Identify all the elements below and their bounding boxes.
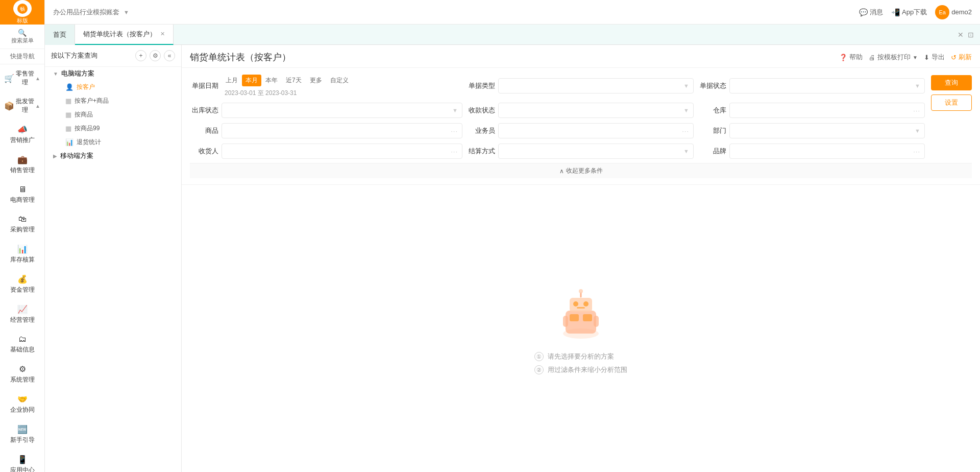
goods99-scheme-icon: ▦ bbox=[65, 125, 71, 132]
collapse-bar[interactable]: ∧ 收起更多条件 bbox=[190, 163, 972, 178]
brand-select[interactable]: ··· bbox=[729, 144, 925, 159]
left-panel-header: 按以下方案查询 + ⚙ « bbox=[45, 45, 181, 67]
sales-tab-label: 销货单统计表（按客户） bbox=[83, 30, 156, 39]
department-label: 部门 bbox=[698, 126, 726, 135]
sidebar-item-enterprise[interactable]: 🤝 企业协同 bbox=[0, 389, 44, 419]
query-btn[interactable]: 查询 bbox=[931, 75, 972, 90]
quick-nav[interactable]: 快捷导航 bbox=[0, 49, 44, 64]
basic-icon: 🗂 bbox=[18, 335, 27, 344]
date-label: 单据日期 bbox=[190, 81, 218, 90]
doc-type-select[interactable]: ▼ bbox=[498, 78, 694, 93]
filter-row-4: 收货人 ··· 结算方式 ▼ bbox=[190, 144, 925, 159]
brand-label: 品牌 bbox=[698, 147, 726, 156]
filter-doc-status: 单据状态 ▼ bbox=[698, 78, 925, 93]
sidebar-item-finance[interactable]: 💰 资金管理 bbox=[0, 269, 44, 299]
search-menu[interactable]: 🔍 搜索菜单 bbox=[0, 25, 44, 49]
home-tab-label: 首页 bbox=[53, 30, 66, 39]
wholesale-icon: 📦 bbox=[4, 101, 14, 111]
doc-status-chevron: ▼ bbox=[915, 83, 920, 89]
enterprise-icon: 🤝 bbox=[17, 394, 28, 404]
print-btn[interactable]: 🖨 按模板打印 ▼ bbox=[869, 53, 918, 62]
maximize-window-icon[interactable]: ⊡ bbox=[968, 31, 974, 39]
message-btn[interactable]: 💬 消息 bbox=[859, 8, 883, 17]
scheme-return-stat[interactable]: 📊 退货统计 bbox=[59, 135, 181, 149]
filter-grid: 单据日期 上月 本月 本年 近7天 更多 自定义 bbox=[190, 74, 925, 159]
user-menu[interactable]: Ea demo2 bbox=[935, 5, 972, 19]
sidebar-item-ecommerce[interactable]: 🖥 电商管理 bbox=[0, 180, 44, 209]
out-status-label: 出库状态 bbox=[190, 106, 218, 115]
tree-node-mobile[interactable]: ▶ 移动端方案 bbox=[45, 149, 181, 162]
svg-rect-8 bbox=[570, 298, 592, 312]
sidebar-item-newguide[interactable]: 🆕 新手引导 bbox=[0, 419, 44, 450]
scheme-by-goods99[interactable]: ▦ 按商品99 bbox=[59, 122, 181, 135]
empty-illustration bbox=[550, 282, 611, 344]
salesperson-select[interactable]: ··· bbox=[498, 123, 694, 138]
finance-icon: 💰 bbox=[17, 274, 28, 284]
ecommerce-icon: 🖥 bbox=[18, 185, 27, 194]
sidebar-item-marketing[interactable]: 📣 营销推广 bbox=[0, 120, 44, 150]
tab-close-btn[interactable]: ✕ bbox=[160, 31, 165, 37]
date-btn-last-month[interactable]: 上月 bbox=[222, 74, 242, 87]
date-btn-more[interactable]: 更多 bbox=[306, 74, 326, 87]
sidebar-item-appcenter[interactable]: 📱 应用中心 bbox=[0, 450, 44, 472]
sidebar-item-business[interactable]: 📈 经营管理 bbox=[0, 299, 44, 329]
goods-dots: ··· bbox=[451, 127, 458, 135]
receiver-select[interactable]: ··· bbox=[222, 144, 462, 159]
refresh-btn[interactable]: ↺ 刷新 bbox=[951, 53, 972, 62]
goods-select[interactable]: ··· bbox=[222, 123, 462, 138]
sidebar-item-basic[interactable]: 🗂 基础信息 bbox=[0, 329, 44, 359]
app-download-btn[interactable]: 📲 App下载 bbox=[891, 8, 927, 17]
empty-hint-1: ① 请先选择要分析的方案 bbox=[534, 352, 627, 361]
collapse-panel-btn[interactable]: « bbox=[164, 50, 175, 61]
business-icon: 📈 bbox=[17, 304, 28, 314]
sidebar-item-sales[interactable]: 💼 销售管理 bbox=[0, 150, 44, 180]
department-select[interactable]: ▼ bbox=[729, 123, 925, 138]
settings-btn[interactable]: 设置 bbox=[931, 95, 972, 111]
filter-department: 部门 ▼ bbox=[698, 123, 925, 138]
svg-rect-11 bbox=[577, 307, 585, 309]
doc-status-select[interactable]: ▼ bbox=[729, 78, 925, 93]
hint-num-2: ② bbox=[534, 365, 544, 374]
out-status-select[interactable]: ▼ bbox=[222, 103, 462, 118]
svg-rect-6 bbox=[563, 316, 568, 327]
sidebar-item-stock[interactable]: 📊 库存核算 bbox=[0, 239, 44, 269]
warehouse-label: 仓库 bbox=[698, 106, 726, 115]
main-area: 办公用品行业模拟账套 ▼ 💬 消息 📲 App下载 Ea demo2 首页 销货… bbox=[45, 0, 980, 472]
payment-chevron: ▼ bbox=[683, 148, 689, 154]
sidebar-item-system[interactable]: ⚙ 系统管理 bbox=[0, 359, 44, 389]
filter-date: 单据日期 上月 本月 本年 近7天 更多 自定义 bbox=[190, 74, 462, 98]
payment-select[interactable]: ▼ bbox=[498, 144, 694, 159]
sidebar-item-retail[interactable]: 🛒 零售管理 ▲ bbox=[0, 64, 44, 92]
doc-type-label: 单据类型 bbox=[467, 81, 495, 90]
date-range-text: 2023-03-01 至 2023-03-31 bbox=[225, 89, 462, 98]
customer-goods-scheme-icon: ▦ bbox=[65, 97, 71, 105]
sidebar-item-wholesale[interactable]: 📦 批发管理 ▲ bbox=[0, 92, 44, 120]
tab-bar: 首页 销货单统计表（按客户） ✕ ✕ ⊡ bbox=[45, 25, 980, 45]
refresh-icon: ↺ bbox=[951, 54, 957, 61]
page-actions: ❓ 帮助 🖨 按模板打印 ▼ ⬇ 导出 ↺ 刷新 bbox=[839, 53, 972, 62]
sidebar-item-purchase[interactable]: 🛍 采购管理 bbox=[0, 209, 44, 239]
date-btn-7days[interactable]: 近7天 bbox=[282, 74, 306, 87]
tab-home[interactable]: 首页 bbox=[45, 25, 75, 45]
return-stat-scheme-icon: 📊 bbox=[65, 138, 74, 146]
scheme-by-customer-goods[interactable]: ▦ 按客户+商品 bbox=[59, 94, 181, 108]
scheme-by-goods[interactable]: ▦ 按商品 bbox=[59, 108, 181, 122]
scheme-by-customer[interactable]: 👤 按客户 bbox=[59, 80, 181, 94]
dropdown-arrow[interactable]: ▼ bbox=[124, 9, 129, 15]
date-btn-custom[interactable]: 自定义 bbox=[326, 74, 353, 87]
add-scheme-btn[interactable]: + bbox=[135, 50, 146, 61]
warehouse-select[interactable]: ··· bbox=[729, 103, 925, 118]
settings-scheme-btn[interactable]: ⚙ bbox=[150, 50, 161, 61]
receipt-status-select[interactable]: ▼ bbox=[498, 103, 694, 118]
right-panel: 销货单统计表（按客户） ❓ 帮助 🖨 按模板打印 ▼ ⬇ 导出 bbox=[182, 45, 980, 472]
date-btn-this-month[interactable]: 本月 bbox=[242, 75, 261, 86]
help-btn[interactable]: ❓ 帮助 bbox=[839, 53, 863, 62]
mobile-group-label: 移动端方案 bbox=[60, 151, 93, 160]
receiver-label: 收货人 bbox=[190, 147, 218, 156]
date-btn-this-year[interactable]: 本年 bbox=[261, 74, 282, 87]
close-window-icon[interactable]: ✕ bbox=[958, 31, 964, 39]
pc-group-label: 电脑端方案 bbox=[61, 69, 94, 78]
export-btn[interactable]: ⬇ 导出 bbox=[924, 53, 945, 62]
tree-node-pc[interactable]: ▼ 电脑端方案 bbox=[45, 67, 181, 80]
tab-sales-stat[interactable]: 销货单统计表（按客户） ✕ bbox=[75, 25, 174, 45]
